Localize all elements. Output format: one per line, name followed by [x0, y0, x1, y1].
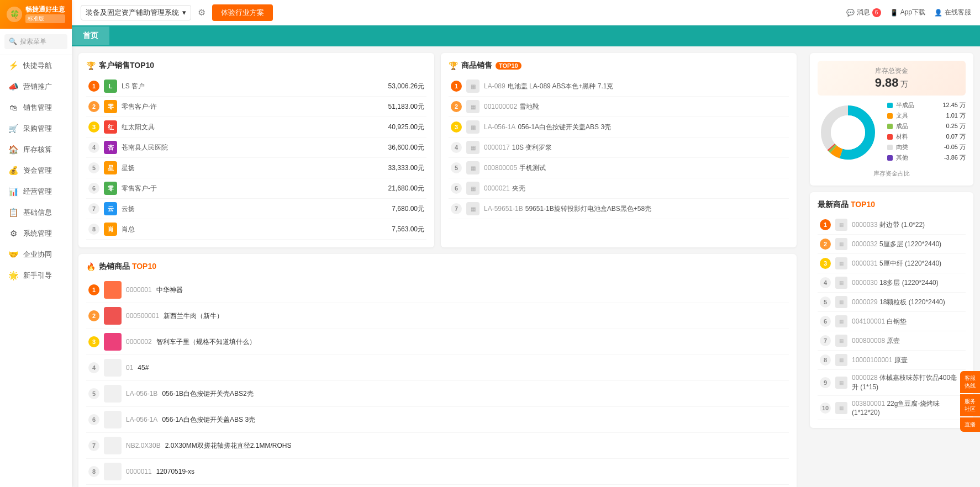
- sidebar-item-label: 新手引导: [23, 271, 52, 280]
- sidebar-item-basic-info[interactable]: 📋 基础信息: [0, 202, 72, 223]
- sidebar-item-label: 销售管理: [23, 103, 52, 113]
- operations-icon: 📊: [8, 187, 19, 197]
- customer-ranking-title: 🏆 客户销售TOP10: [86, 61, 426, 71]
- finance-icon: 💰: [8, 166, 19, 176]
- product-name: 中华神器: [156, 285, 183, 295]
- live-stream-button[interactable]: 直播: [960, 417, 980, 432]
- product-item: 9 KK-SD22110H 花语萌值温分腿睡袋（厚款）: [86, 485, 789, 487]
- sidebar-logo[interactable]: 🍀 畅捷通好生意 标准版: [0, 0, 72, 29]
- rank-number: 6: [88, 414, 99, 425]
- legend-dot: [887, 113, 893, 119]
- rank-item: 5 ▦ 000800005手机测试: [449, 158, 789, 178]
- marketing-icon: 📣: [8, 82, 19, 92]
- online-service-button[interactable]: 👤 在线客服: [934, 8, 971, 17]
- rank-number: 1: [820, 219, 831, 230]
- legend-item-meat: 肉类 -0.05 万: [887, 143, 966, 151]
- product-thumb: ▦: [835, 354, 847, 366]
- product-code: 01: [126, 364, 133, 372]
- sidebar-item-collaboration[interactable]: 🤝 企业协同: [0, 244, 72, 265]
- legend-dot: [887, 145, 893, 150]
- search-menu-button[interactable]: 🔍 搜索菜单: [4, 34, 67, 49]
- quick-nav-icon: ⚡: [8, 61, 19, 71]
- rank-number: 2: [820, 239, 831, 250]
- customer-hotline-button[interactable]: 客服热线: [960, 371, 980, 393]
- rank-number: 1: [88, 284, 99, 295]
- rank-number: 7: [820, 335, 831, 346]
- sidebar-item-finance[interactable]: 💰 资金管理: [0, 160, 72, 181]
- new-product-item: 1 ▦ 0000033 封边带 (1.0*22): [818, 215, 966, 235]
- product-info: 0000021夹壳: [484, 184, 787, 193]
- hot-products-list: 1 0000001 中华神器 2 000500001 新西兰牛肉（新牛） 3: [86, 277, 789, 487]
- customer-name: 云扬: [122, 204, 387, 214]
- legend-value: -3.86 万: [944, 153, 966, 162]
- product-image: [104, 463, 122, 480]
- trial-button[interactable]: 体验行业方案: [212, 4, 273, 21]
- product-info: LA-59651-1B59651-1B旋转投影灯电池盒ABS黑色+58壳: [484, 204, 787, 214]
- customer-value: 7,563.00元: [392, 225, 424, 234]
- product-thumb: ▦: [835, 315, 847, 327]
- sidebar-item-label: 库存核算: [23, 145, 52, 155]
- product-info: 0000032 5厘多层 (1220*2440): [852, 240, 963, 249]
- product-code: 000500001: [126, 312, 159, 320]
- message-label: 消息: [857, 8, 870, 17]
- rank-item: 4 杏 苍南县人民医院 36,600.00元: [86, 137, 426, 158]
- sidebar-item-operations[interactable]: 📊 经营管理: [0, 181, 72, 202]
- legend-dot: [887, 103, 893, 108]
- tab-home[interactable]: 首页: [72, 27, 109, 45]
- rank-item: 6 ▦ 0000021夹壳: [449, 178, 789, 199]
- rank-number: 1: [88, 81, 99, 92]
- product-thumb: ▦: [466, 141, 480, 154]
- product-info: LA-056-1A056-1A白色按键开关盖ABS 3壳: [484, 123, 787, 132]
- sidebar-item-system[interactable]: ⚙ 系统管理: [0, 223, 72, 244]
- legend-name: 材料: [896, 133, 943, 141]
- product-thumb: ▦: [466, 100, 480, 113]
- message-button[interactable]: 💬 消息 6: [846, 8, 881, 17]
- product-image: [104, 281, 122, 299]
- rank-item: 1 L LS 客户 53,006.26元: [86, 76, 426, 97]
- sidebar-item-label: 系统管理: [23, 229, 52, 239]
- customer-value: 36,600.00元: [388, 143, 424, 152]
- settings-icon[interactable]: ⚙: [198, 7, 206, 18]
- app-download-label: App下载: [900, 8, 925, 17]
- sidebar-item-sales[interactable]: 🛍 销售管理: [0, 97, 72, 118]
- sidebar-item-guide[interactable]: 🌟 新手引导: [0, 265, 72, 286]
- new-product-item: 5 ▦ 0000029 18颗粒板 (1220*2440): [818, 293, 966, 312]
- rank-number: 3: [820, 258, 831, 269]
- app-download-button[interactable]: 📱 App下载: [890, 8, 925, 17]
- sidebar-item-label: 经营管理: [23, 187, 52, 197]
- basic-info-icon: 📋: [8, 208, 19, 218]
- product-item: 1 0000001 中华神器: [86, 277, 789, 303]
- legend-item-semifinished: 半成品 12.45 万: [887, 101, 966, 109]
- header: 装备及固定资产辅助管理系统 ▾ ⚙ 体验行业方案 💬 消息 6 📱 App下载 …: [72, 0, 980, 25]
- legend-name: 成品: [896, 122, 943, 130]
- fire-icon: 🔥: [86, 262, 96, 271]
- new-product-item: 3 ▦ 0000031 5厘中纤 (1220*2440): [818, 254, 966, 273]
- rank-item: 8 肖 肖总 7,563.00元: [86, 219, 426, 240]
- sidebar-item-inventory[interactable]: 🏠 库存核算: [0, 139, 72, 160]
- sidebar-item-label: 营销推广: [23, 82, 52, 92]
- system-name: 装备及固定资产辅助管理系统: [86, 8, 179, 18]
- system-selector[interactable]: 装备及固定资产辅助管理系统 ▾: [81, 5, 191, 20]
- sidebar-item-marketing[interactable]: 📣 营销推广: [0, 76, 72, 97]
- inventory-unit: 万: [900, 80, 908, 88]
- product-name: 056-1A白色按键开关盖ABS 3壳: [162, 415, 255, 425]
- customer-value: 33,333.00元: [388, 163, 424, 173]
- inventory-value: 9.88: [875, 76, 899, 89]
- product-thumb: ▦: [835, 335, 847, 347]
- rank-number: 7: [88, 440, 99, 451]
- new-product-item: 4 ▦ 0000030 18多层 (1220*2440): [818, 273, 966, 293]
- rank-item: 6 零 零售客户-于 21,680.00元: [86, 178, 426, 199]
- legend-item-material: 材料 0.07 万: [887, 133, 966, 141]
- sidebar-item-purchase[interactable]: 🛒 采购管理: [0, 118, 72, 139]
- rank-number: 2: [88, 101, 99, 112]
- header-actions: 💬 消息 6 📱 App下载 👤 在线客服: [846, 8, 971, 17]
- product-name: 新西兰牛肉（新牛）: [164, 311, 223, 321]
- service-community-button[interactable]: 服务社区: [960, 394, 980, 416]
- legend-name: 文具: [896, 112, 943, 120]
- phone-icon: 📱: [890, 9, 898, 17]
- sidebar-item-quick-nav[interactable]: ⚡ 快捷导航: [0, 55, 72, 76]
- right-panel: 库存总资金 9.88 万: [803, 46, 980, 487]
- legend-name: 半成品: [896, 101, 939, 109]
- avatar: 杏: [104, 141, 117, 154]
- product-code: 0000001: [126, 286, 152, 294]
